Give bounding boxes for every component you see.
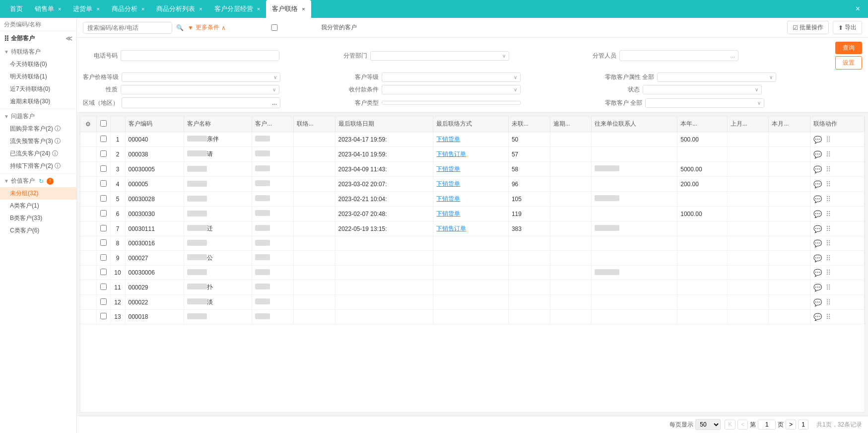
overdue-column-header[interactable]: 逾期... xyxy=(550,116,592,132)
row-checkbox[interactable] xyxy=(100,225,107,231)
chat-icon[interactable]: 💬 xyxy=(813,210,822,218)
top-close-button[interactable]: × xyxy=(852,4,864,13)
grid-action-icon[interactable]: ⠿ xyxy=(826,225,831,233)
sidebar-item-declining[interactable]: 持续下滑客户(2) ⓘ xyxy=(0,160,76,172)
row-checkbox-cell[interactable] xyxy=(96,266,110,280)
row-checkbox[interactable] xyxy=(100,136,107,142)
last-page-button[interactable]: 1 xyxy=(798,420,808,430)
row-checkbox-cell[interactable] xyxy=(96,192,110,207)
name-column-header[interactable]: 客户名称 xyxy=(184,116,252,132)
sidebar-item-class-a[interactable]: A类客户(1) xyxy=(0,200,76,212)
chat-icon[interactable]: 💬 xyxy=(813,180,822,188)
nav-product-analysis[interactable]: 商品分析 × xyxy=(106,0,150,18)
row-last-contact-method[interactable] xyxy=(433,266,508,280)
grid-action-icon[interactable]: ⠿ xyxy=(826,313,831,321)
grid-action-icon[interactable]: ⠿ xyxy=(826,210,831,218)
close-purchase[interactable]: × xyxy=(96,0,99,18)
sidebar-item-lost[interactable]: 已流失客户(24) ⓘ xyxy=(0,147,76,160)
row-contact-action[interactable]: 💬 ⠿ xyxy=(810,147,865,162)
manager-select[interactable]: ... xyxy=(619,50,738,61)
row-checkbox-cell[interactable] xyxy=(96,295,110,310)
grid-action-icon[interactable]: ⠿ xyxy=(826,269,831,277)
settings-column-header[interactable]: ⚙ xyxy=(80,116,96,132)
payment-select[interactable]: ∨ xyxy=(382,85,521,94)
row-checkbox-cell[interactable] xyxy=(96,147,110,162)
grid-action-icon[interactable]: ⠿ xyxy=(826,254,831,262)
my-clients-filter[interactable]: 我分管的客户 xyxy=(230,23,357,32)
row-last-contact-method[interactable]: 下销售订单 xyxy=(433,147,508,162)
row-checkbox-cell[interactable] xyxy=(96,177,110,192)
nav-home[interactable]: 首页 xyxy=(4,0,29,18)
sidebar-item-unclassified[interactable]: 未分组(32) xyxy=(0,187,76,200)
row-name[interactable] xyxy=(184,162,252,177)
contact-person-column-header[interactable]: 往来单位联系人 xyxy=(592,116,677,132)
chat-icon[interactable]: 💬 xyxy=(813,225,822,233)
type-column-header[interactable]: 客户... xyxy=(252,116,293,132)
nav-product-analysis-list[interactable]: 商品分析列表 × xyxy=(150,0,208,18)
retail-attr-select[interactable]: ∨ xyxy=(657,72,776,82)
search-input[interactable] xyxy=(83,22,172,34)
row-checkbox-cell[interactable] xyxy=(96,280,110,295)
last-month-column-header[interactable]: 上月... xyxy=(727,116,769,132)
more-filters-button[interactable]: ▼ 更多条件 ∧ xyxy=(188,23,226,32)
row-name[interactable] xyxy=(184,177,252,192)
phone-input[interactable] xyxy=(121,50,279,61)
my-clients-checkbox[interactable] xyxy=(230,24,319,31)
row-name[interactable]: 亲伴 xyxy=(184,132,252,147)
no-contact-days-column-header[interactable]: 未联... xyxy=(508,116,550,132)
close-product-analysis[interactable]: × xyxy=(141,0,144,18)
grid-action-icon[interactable]: ⠿ xyxy=(826,298,831,306)
batch-op-button[interactable]: ☑ 批量操作 xyxy=(787,21,829,34)
row-name[interactable]: 迁 xyxy=(184,221,252,236)
prev-page-button[interactable]: < xyxy=(737,420,748,430)
row-checkbox[interactable] xyxy=(100,239,107,246)
row-name[interactable] xyxy=(184,266,252,280)
close-product-analysis-list[interactable]: × xyxy=(199,0,202,18)
row-last-contact-method[interactable]: 下销货单 xyxy=(433,192,508,207)
row-last-contact-method[interactable]: 下销货单 xyxy=(433,177,508,192)
row-contact-action[interactable]: 💬 ⠿ xyxy=(810,132,865,147)
nav-purchase[interactable]: 进货单 × xyxy=(67,0,105,18)
chat-icon[interactable]: 💬 xyxy=(813,136,822,144)
row-name[interactable] xyxy=(184,310,252,324)
row-name[interactable] xyxy=(184,207,252,221)
grid-action-icon[interactable]: ⠿ xyxy=(826,195,831,203)
grid-action-icon[interactable]: ⠿ xyxy=(826,284,831,291)
close-customer-contact[interactable]: × xyxy=(302,0,305,18)
chat-icon[interactable]: 💬 xyxy=(813,150,822,158)
first-page-button[interactable]: K xyxy=(725,420,735,430)
row-checkbox[interactable] xyxy=(100,298,107,305)
row-checkbox-cell[interactable] xyxy=(96,207,110,221)
close-sales[interactable]: × xyxy=(58,0,61,18)
page-number-input[interactable] xyxy=(758,420,776,430)
grid-action-icon[interactable]: ⠿ xyxy=(826,136,831,144)
export-button[interactable]: ⬆ 导出 xyxy=(833,21,862,34)
chat-icon[interactable]: 💬 xyxy=(813,269,822,277)
grid-action-icon[interactable]: ⠿ xyxy=(826,150,831,158)
chat-icon[interactable]: 💬 xyxy=(813,313,822,321)
row-name[interactable]: 公 xyxy=(184,251,252,266)
chat-icon[interactable]: 💬 xyxy=(813,165,822,173)
grid-action-icon[interactable]: ⠿ xyxy=(826,180,831,188)
retail-customer-select[interactable]: ∨ xyxy=(645,98,764,108)
search-icon[interactable]: 🔍 xyxy=(176,24,184,31)
close-customer-segment[interactable]: × xyxy=(257,0,260,18)
sidebar-group-value[interactable]: ▼ 价值客户 ↻ ! xyxy=(0,175,76,187)
chat-icon[interactable]: 💬 xyxy=(813,254,822,262)
sidebar-all-clients-header[interactable]: ⠿ 全部客户 ≪ xyxy=(0,31,76,46)
row-checkbox[interactable] xyxy=(100,254,107,261)
row-checkbox-cell[interactable] xyxy=(96,221,110,236)
row-last-contact-method[interactable]: 下销货单 xyxy=(433,207,508,221)
nav-sales[interactable]: 销售单 × xyxy=(29,0,67,18)
sidebar-search-input[interactable] xyxy=(4,21,77,28)
row-last-contact-method[interactable] xyxy=(433,236,508,251)
row-last-contact-method[interactable]: 下销售订单 xyxy=(433,221,508,236)
code-column-header[interactable]: 客户编码 xyxy=(125,116,184,132)
sidebar-item-overdue[interactable]: 逾期未联络(30) xyxy=(0,95,76,108)
chat-icon[interactable]: 💬 xyxy=(813,195,822,203)
collapse-icon[interactable]: ≪ xyxy=(66,35,72,42)
row-checkbox[interactable] xyxy=(100,269,107,275)
row-name[interactable] xyxy=(184,192,252,207)
customer-type-select[interactable] xyxy=(382,101,521,105)
chat-icon[interactable]: 💬 xyxy=(813,284,822,291)
